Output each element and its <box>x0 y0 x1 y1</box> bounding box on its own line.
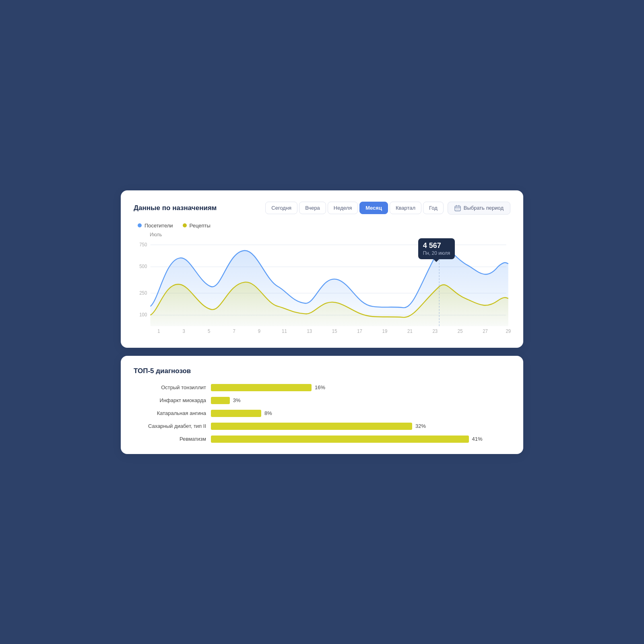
svg-text:11: 11 <box>282 328 287 333</box>
bar-track-4: 41% <box>211 436 510 443</box>
svg-text:250: 250 <box>139 290 147 295</box>
bar-track-1: 3% <box>211 397 510 404</box>
bar-rows: Острый тонзиллит 16% Инфаркт миокарда 3%… <box>134 384 510 443</box>
svg-text:100: 100 <box>139 312 147 317</box>
list-item: Ревматизм 41% <box>134 436 510 443</box>
svg-text:500: 500 <box>139 263 147 268</box>
bar-percent-2: 8% <box>264 410 272 416</box>
bar-fill-0 <box>211 384 312 391</box>
bar-label-1: Инфаркт миокарда <box>134 397 206 403</box>
bar-percent-1: 3% <box>233 397 241 403</box>
period-btn-month[interactable]: Месяц <box>359 202 388 214</box>
svg-text:750: 750 <box>139 242 147 247</box>
bar-percent-4: 41% <box>472 436 483 442</box>
svg-text:27: 27 <box>483 328 488 333</box>
svg-text:25: 25 <box>458 328 463 333</box>
chart-card: Данные по назначениям Сегодня Вчера Неде… <box>121 190 523 348</box>
select-period-button[interactable]: Выбрать период <box>448 202 510 215</box>
bar-percent-0: 16% <box>315 384 325 390</box>
svg-text:21: 21 <box>407 328 413 333</box>
svg-point-3 <box>458 208 459 209</box>
chart-svg: 750 500 250 100 <box>134 238 510 335</box>
bar-label-2: Катаральная ангина <box>134 410 206 416</box>
chart-header: Данные по назначениям Сегодня Вчера Неде… <box>134 202 510 215</box>
svg-text:17: 17 <box>357 328 362 333</box>
bar-track-0: 16% <box>211 384 510 391</box>
chart-month-label: Июль <box>134 232 510 237</box>
svg-text:9: 9 <box>258 328 260 333</box>
bar-card: ТОП-5 диагнозов Острый тонзиллит 16% Инф… <box>121 356 523 454</box>
period-btn-year[interactable]: Год <box>423 202 444 214</box>
list-item: Катаральная ангина 8% <box>134 410 510 417</box>
svg-text:7: 7 <box>233 328 235 333</box>
list-item: Инфаркт миокарда 3% <box>134 397 510 404</box>
svg-text:1: 1 <box>157 328 160 333</box>
svg-text:19: 19 <box>382 328 388 333</box>
legend-label-visitors: Посетители <box>144 223 173 229</box>
legend-recipes: Рецепты <box>183 223 211 229</box>
svg-point-2 <box>457 208 458 209</box>
period-btn-quarter[interactable]: Квартал <box>390 202 421 214</box>
period-btn-week[interactable]: Неделя <box>328 202 358 214</box>
select-period-label: Выбрать период <box>464 205 504 211</box>
period-btn-today[interactable]: Сегодня <box>265 202 297 214</box>
bar-percent-3: 32% <box>415 423 426 429</box>
list-item: Острый тонзиллит 16% <box>134 384 510 391</box>
bar-label-3: Сахарный диабет, тип II <box>134 423 206 429</box>
svg-text:5: 5 <box>208 328 211 333</box>
svg-text:3: 3 <box>183 328 185 333</box>
period-buttons-group: Сегодня Вчера Неделя Месяц Квартал Год В… <box>265 202 510 215</box>
legend-visitors: Посетители <box>138 223 173 229</box>
calendar-icon <box>454 205 461 211</box>
bar-fill-3 <box>211 423 412 430</box>
svg-text:15: 15 <box>332 328 337 333</box>
main-container: Данные по назначениям Сегодня Вчера Неде… <box>121 190 523 454</box>
bar-fill-4 <box>211 436 469 443</box>
legend-label-recipes: Рецепты <box>190 223 211 229</box>
svg-text:23: 23 <box>432 328 438 333</box>
chart-wrapper: 750 500 250 100 <box>134 238 510 336</box>
legend-dot-yellow <box>183 223 187 227</box>
legend-dot-blue <box>138 223 142 227</box>
period-btn-yesterday[interactable]: Вчера <box>299 202 326 214</box>
svg-text:13: 13 <box>307 328 312 333</box>
chart-svg-container: 750 500 250 100 <box>134 238 510 336</box>
bar-card-title: ТОП-5 диагнозов <box>134 367 510 375</box>
bar-track-2: 8% <box>211 410 510 417</box>
bar-fill-1 <box>211 397 230 404</box>
svg-text:29: 29 <box>506 328 511 333</box>
bar-label-0: Острый тонзиллит <box>134 384 206 390</box>
chart-title: Данные по назначениям <box>134 204 217 212</box>
svg-point-1 <box>456 208 457 209</box>
chart-legend: Посетители Рецепты <box>134 223 510 229</box>
svg-rect-0 <box>455 206 460 211</box>
bar-fill-2 <box>211 410 261 417</box>
bar-label-4: Ревматизм <box>134 436 206 442</box>
list-item: Сахарный диабет, тип II 32% <box>134 423 510 430</box>
bar-track-3: 32% <box>211 423 510 430</box>
